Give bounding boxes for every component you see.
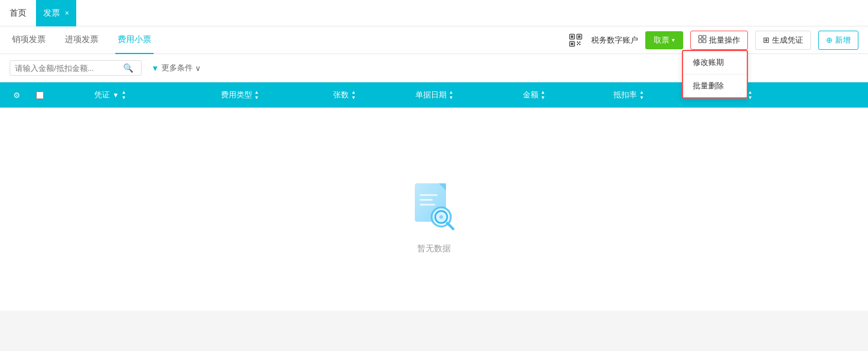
filter-icon: ▼ [151, 64, 159, 73]
svg-rect-10 [578, 43, 579, 44]
tax-digital-account-btn[interactable]: 税务数字账户 [591, 35, 638, 46]
search-input[interactable] [15, 64, 123, 73]
th-checkbox[interactable] [29, 91, 50, 99]
empty-state-icon [404, 176, 464, 236]
svg-rect-8 [577, 44, 578, 45]
invoice-tab[interactable]: 发票 × [36, 0, 76, 26]
tab-expense-receipt[interactable]: 费用小票 [115, 26, 154, 54]
qr-code-icon[interactable] [567, 32, 584, 49]
svg-rect-3 [578, 35, 580, 38]
svg-rect-9 [579, 44, 580, 45]
take-ticket-arrow-icon: ▾ [672, 37, 675, 43]
svg-rect-18 [420, 199, 433, 201]
select-all-checkbox[interactable] [36, 91, 44, 99]
th-voucher[interactable]: 凭证 ▼ ▲▼ [50, 90, 170, 100]
th-deduction-rate[interactable]: 抵扣率 ▲▼ [579, 90, 678, 100]
add-button[interactable]: ⊕ 新增 [818, 31, 858, 50]
top-nav: 首页 发票 × [0, 0, 868, 26]
svg-rect-14 [703, 40, 706, 43]
more-conditions-btn[interactable]: ▼ 更多条件 ∨ [151, 63, 201, 73]
svg-rect-17 [420, 194, 438, 196]
gen-voucher-button[interactable]: ⊞ 生成凭证 [755, 31, 811, 50]
th-amount[interactable]: 金额 ▲▼ [489, 90, 579, 100]
sub-tabs-bar: 销项发票 进项发票 费用小票 税务数字账户 [0, 26, 868, 54]
svg-rect-6 [577, 41, 578, 43]
th-date-sort-icon[interactable]: ▲▼ [449, 90, 454, 100]
tab-sales-invoice[interactable]: 销项发票 [10, 26, 48, 54]
content-area: ⚙ 凭证 ▼ ▲▼ 费用类型 ▲▼ 张数 ▲▼ 单据日期 ▲▼ 金额 ▲▼ 抵扣… [0, 82, 868, 311]
th-voucher-sort-icon[interactable]: ▲▼ [121, 90, 126, 100]
svg-point-23 [439, 215, 443, 219]
svg-rect-5 [571, 43, 573, 45]
th-deduction-rate-sort-icon[interactable]: ▲▼ [639, 90, 644, 100]
svg-rect-13 [699, 40, 702, 43]
th-date[interactable]: 单据日期 ▲▼ [379, 90, 489, 100]
sub-tabs-right: 税务数字账户 取票 ▾ 批量操作 修改账期 批量删除 ⊞ [567, 31, 858, 50]
close-tab-icon[interactable]: × [65, 9, 69, 17]
batch-op-button[interactable]: 批量操作 [690, 31, 748, 50]
batch-op-icon [698, 35, 707, 45]
th-sheets[interactable]: 张数 ▲▼ [310, 90, 379, 100]
empty-state-text: 暂无数据 [417, 243, 451, 254]
home-nav-item[interactable]: 首页 [10, 8, 36, 19]
add-icon: ⊕ [826, 35, 833, 44]
dropdown-item-batch-delete[interactable]: 批量删除 [683, 74, 747, 97]
svg-rect-19 [420, 204, 435, 206]
th-deduction-amount-sort-icon[interactable]: ▲▼ [748, 90, 753, 100]
more-conditions-arrow-icon: ∨ [195, 64, 201, 73]
dropdown-item-modify-period[interactable]: 修改账期 [683, 51, 747, 74]
th-amount-sort-icon[interactable]: ▲▼ [541, 90, 546, 100]
empty-state: 暂无数据 [0, 108, 868, 311]
batch-op-wrapper: 批量操作 修改账期 批量删除 [690, 31, 748, 50]
tab-purchase-invoice[interactable]: 进项发票 [62, 26, 101, 54]
gen-voucher-icon: ⊞ [763, 35, 770, 44]
sub-tabs-left: 销项发票 进项发票 费用小票 [10, 26, 154, 54]
search-icon[interactable]: 🔍 [123, 63, 133, 73]
th-expense-type-sort-icon[interactable]: ▲▼ [255, 90, 259, 100]
take-ticket-button[interactable]: 取票 ▾ [645, 31, 683, 49]
svg-rect-12 [703, 35, 706, 38]
invoice-tab-label: 发票 [43, 8, 60, 19]
search-input-wrap: 🔍 [10, 60, 142, 76]
th-settings-icon[interactable]: ⚙ [5, 91, 29, 100]
svg-rect-1 [571, 35, 573, 38]
batch-op-dropdown: 修改账期 批量删除 [682, 50, 748, 99]
svg-line-22 [447, 223, 453, 229]
svg-rect-11 [699, 35, 702, 38]
th-sheets-sort-icon[interactable]: ▲▼ [351, 90, 356, 100]
svg-rect-7 [579, 41, 580, 43]
th-expense-type[interactable]: 费用类型 ▲▼ [170, 90, 310, 100]
th-voucher-filter-icon: ▼ [112, 91, 119, 99]
